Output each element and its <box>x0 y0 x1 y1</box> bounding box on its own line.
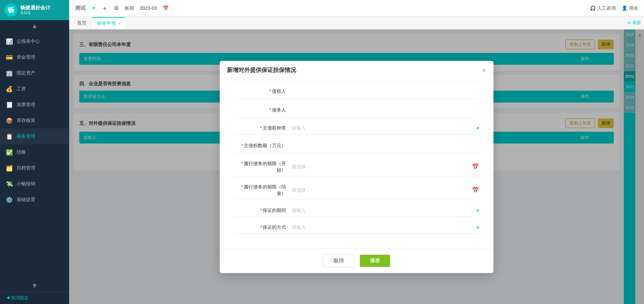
sidebar-item-expense[interactable]: 💸 小畅报销 <box>0 176 69 192</box>
tab-home-label: 首页 <box>77 20 86 26</box>
sidebar-item-invoice[interactable]: 🧾 发票管理 <box>0 97 69 113</box>
salary-icon: 💰 <box>6 85 13 92</box>
modal-header: 新增对外提供保证担保情况 × <box>220 61 493 80</box>
modal-body: 债权人 债务人 主债权种类 请输入 <box>220 80 493 248</box>
form-select-guarantee-method[interactable]: 请输入 ▾ <box>292 224 479 231</box>
sidebar-item-salary[interactable]: 💰 工资 <box>0 81 69 97</box>
save-button[interactable]: 保存 <box>360 255 390 267</box>
form-label-debt-amount: 主债权数额（万元） <box>234 142 292 149</box>
sidebar-label-fixed-assets: 固定资产 <box>17 70 35 76</box>
sidebar-scroll-down[interactable]: ▼ <box>0 280 69 292</box>
topbar-title: 测试 <box>75 5 86 12</box>
form-input-debtor[interactable] <box>292 106 479 114</box>
sidebar-item-checkout[interactable]: ✅ 结账 <box>0 144 69 160</box>
topbar: 测试 ▼ ＋ ⚙ 账期 2023-03 📅 🎧 人工咨询 👤 用友 <box>69 0 644 17</box>
modal-dialog: 新增对外提供保证担保情况 × 债权人 债务人 <box>220 61 493 273</box>
sidebar-header: 畅 畅捷通好会计 旗舰版 <box>0 0 69 20</box>
tabbar: 首页 税务申报 × ↻ 刷新 <box>69 17 644 30</box>
sidebar: 畅 畅捷通好会计 旗舰版 ▲ 📊 云报表中心 💳 资金管理 🏢 固定资产 💰 <box>0 0 69 304</box>
form-placeholder-guarantee-method: 请输入 <box>292 224 477 231</box>
archive-icon: 🗂️ <box>6 164 13 172</box>
tab-tax-label: 税务申报 <box>97 20 116 27</box>
user-label: 用友 <box>629 5 638 12</box>
app-logo: 畅 <box>4 4 17 17</box>
form-field-guarantee-method: 保证的方式 请输入 ▾ <box>234 224 479 234</box>
form-field-period-start: 履行债务的期限（开始） 请选择 📅 <box>234 160 479 177</box>
tax-icon: 📋 <box>6 133 13 140</box>
tab-tax[interactable]: 税务申报 × <box>92 17 125 29</box>
calendar-icon-period-start[interactable]: 📅 <box>472 163 479 170</box>
form-field-creditor: 债权人 <box>234 87 479 99</box>
form-label-guarantee-method: 保证的方式 <box>234 224 292 231</box>
sidebar-label-fund: 资金管理 <box>17 54 35 60</box>
topbar-dropdown-icon[interactable]: ▼ <box>91 6 96 11</box>
form-select-debt-type[interactable]: 请输入 ▾ <box>292 125 479 131</box>
chevron-down-icon-debt-type[interactable]: ▾ <box>477 125 479 131</box>
sidebar-item-cloud-report[interactable]: 📊 云报表中心 <box>0 33 69 49</box>
topbar-add-icon[interactable]: ＋ <box>102 4 108 13</box>
modal-close-button[interactable]: × <box>482 67 486 74</box>
form-label-guarantee-period: 保证的期间 <box>234 207 292 214</box>
chevron-down-icon-guarantee-period[interactable]: ▾ <box>477 208 479 213</box>
sidebar-item-inventory[interactable]: 📦 库存核算 <box>0 113 69 128</box>
topbar-support[interactable]: 🎧 人工咨询 <box>590 5 616 12</box>
tab-home[interactable]: 首页 <box>72 18 91 28</box>
form-placeholder-debt-type: 请输入 <box>292 125 477 131</box>
support-label: 人工咨询 <box>597 5 616 12</box>
chevron-down-icon-guarantee-method[interactable]: ▾ <box>477 224 479 230</box>
form-label-period-start: 履行债务的期限（开始） <box>234 160 292 173</box>
sidebar-item-fund[interactable]: 💳 资金管理 <box>0 49 69 65</box>
form-date-period-start[interactable]: 请选择 📅 <box>292 163 479 170</box>
checkout-icon: ✅ <box>6 149 13 156</box>
refresh-label: 刷新 <box>632 20 641 26</box>
sidebar-item-fixed-assets[interactable]: 🏢 固定资产 <box>0 65 69 81</box>
refresh-button[interactable]: ↻ 刷新 <box>627 20 641 26</box>
tab-tax-close[interactable]: × <box>118 21 120 26</box>
form-placeholder-period-start: 请选择 <box>292 164 472 170</box>
inventory-icon: 📦 <box>6 117 13 124</box>
refresh-icon: ↻ <box>627 21 631 26</box>
modal-title: 新增对外提供保证担保情况 <box>227 67 296 74</box>
app-name: 畅捷通好会计 <box>20 5 50 11</box>
topbar-gear-icon[interactable]: ⚙ <box>114 5 119 12</box>
topbar-right: 🎧 人工咨询 👤 用友 <box>590 5 638 12</box>
sidebar-item-settings[interactable]: ⚙️ 基础设置 <box>0 192 69 208</box>
topbar-calendar-icon[interactable]: 📅 <box>163 5 169 11</box>
fixed-assets-icon: 🏢 <box>6 69 13 77</box>
cloud-report-icon: 📊 <box>6 38 13 45</box>
sidebar-nav: 📊 云报表中心 💳 资金管理 🏢 固定资产 💰 工资 🧾 发票管理 📦 <box>0 32 69 280</box>
content-area: 三、有限责任公司本年度 复制上年度 新增 变更时间 操作 四、企业是否有投资 <box>69 30 644 304</box>
sidebar-label-salary: 工资 <box>17 86 26 92</box>
modal-footer: 取消 保存 <box>220 248 493 273</box>
form-label-period-end: 履行债务的期限（结束） <box>234 184 292 197</box>
modal-overlay: 新增对外提供保证担保情况 × 债权人 债务人 <box>69 30 644 304</box>
sidebar-label-tax: 税务管理 <box>17 133 35 140</box>
form-field-debt-type: 主债权种类 请输入 ▾ <box>234 125 479 135</box>
form-field-guarantee-period: 保证的期间 请输入 ▾ <box>234 207 479 217</box>
sidebar-item-archive[interactable]: 🗂️ 归档管理 <box>0 160 69 176</box>
form-input-creditor[interactable] <box>292 87 479 96</box>
user-icon: 👤 <box>622 5 627 11</box>
form-input-debt-amount[interactable] <box>292 142 479 150</box>
sidebar-scroll-up[interactable]: ▲ <box>0 20 69 32</box>
form-field-period-end: 履行债务的期限（结束） 请选择 📅 <box>234 184 479 200</box>
sidebar-label-archive: 归档管理 <box>17 165 35 171</box>
cancel-button[interactable]: 取消 <box>323 254 354 267</box>
form-select-guarantee-period[interactable]: 请输入 ▾ <box>292 207 479 214</box>
sidebar-label-settings: 基础设置 <box>17 196 35 203</box>
support-icon: 🎧 <box>590 5 596 11</box>
sidebar-item-tax[interactable]: 📋 税务管理 <box>0 128 69 144</box>
form-label-debtor: 债务人 <box>234 107 292 113</box>
form-date-period-end[interactable]: 请选择 📅 <box>292 187 479 194</box>
topbar-refresh[interactable]: ↻ 刷新 <box>627 20 641 26</box>
settings-icon: ⚙️ <box>6 196 13 203</box>
form-field-debtor: 债务人 <box>234 106 479 118</box>
invoice-icon: 🧾 <box>6 101 13 108</box>
sidebar-label-invoice: 发票管理 <box>17 101 35 108</box>
topbar-user[interactable]: 👤 用友 <box>622 5 638 12</box>
sidebar-pin-toggle[interactable]: ◀ 取消固定 <box>0 292 69 304</box>
form-placeholder-period-end: 请选择 <box>292 187 472 194</box>
calendar-icon-period-end[interactable]: 📅 <box>472 187 479 194</box>
sidebar-label-inventory: 库存核算 <box>17 117 35 124</box>
main-content: 测试 ▼ ＋ ⚙ 账期 2023-03 📅 🎧 人工咨询 👤 用友 首页 <box>69 0 644 304</box>
